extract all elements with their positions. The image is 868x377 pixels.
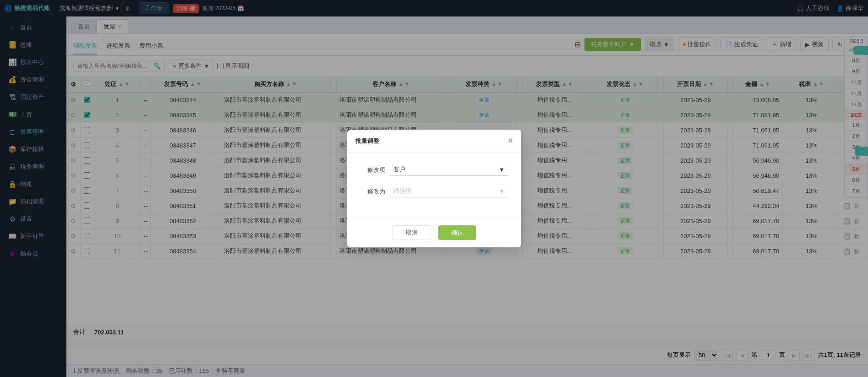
modify-item-label: 修改项 bbox=[360, 166, 385, 174]
batch-adjust-modal: 批量调整 × 修改项 客户 ▼ 修改为 请选择 ▼ 取消 确认 bbox=[347, 130, 521, 247]
modal-confirm-button[interactable]: 确认 bbox=[438, 225, 476, 240]
chevron-down-icon: ▼ bbox=[499, 166, 505, 173]
modify-item-select[interactable]: 客户 ▼ bbox=[390, 164, 508, 176]
modal-close-button[interactable]: × bbox=[508, 136, 513, 146]
modal-overlay[interactable]: 批量调整 × 修改项 客户 ▼ 修改为 请选择 ▼ 取消 确认 bbox=[0, 0, 868, 377]
modal-header: 批量调整 × bbox=[347, 130, 521, 153]
modal-cancel-button[interactable]: 取消 bbox=[393, 225, 431, 240]
change-to-placeholder: 请选择 bbox=[393, 187, 411, 195]
modify-item-row: 修改项 客户 ▼ bbox=[360, 164, 508, 176]
modal-footer: 取消 确认 bbox=[347, 218, 521, 247]
modify-item-value: 客户 bbox=[393, 165, 405, 174]
change-to-label: 修改为 bbox=[360, 187, 385, 196]
modal-body: 修改项 客户 ▼ 修改为 请选择 ▼ bbox=[347, 153, 521, 218]
modal-title: 批量调整 bbox=[355, 137, 379, 145]
change-to-row: 修改为 请选择 ▼ bbox=[360, 185, 508, 197]
chevron-down-icon: ▼ bbox=[499, 188, 505, 195]
change-to-select[interactable]: 请选择 ▼ bbox=[390, 185, 508, 197]
